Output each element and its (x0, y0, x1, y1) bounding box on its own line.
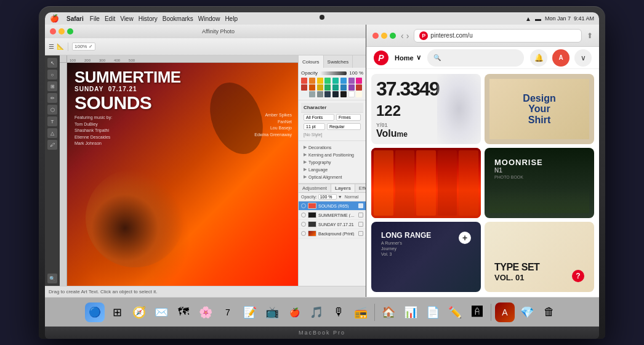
layer-sunday[interactable]: SUNDAY 07.17.21 (299, 220, 366, 229)
tool-text[interactable]: T (47, 116, 57, 126)
color-charcoal[interactable] (324, 91, 331, 97)
typography-row[interactable]: ▶ Typography (301, 158, 363, 166)
menu-edit[interactable]: Edit (105, 15, 115, 22)
color-dark-teal[interactable] (332, 84, 339, 91)
dock-extra-1[interactable]: 💎 (517, 302, 537, 322)
dock-radio[interactable]: 📻 (351, 302, 371, 322)
tab-adjustment[interactable]: Adjustment (299, 184, 331, 192)
safari-tl-yellow[interactable] (381, 33, 387, 39)
bell-icon-btn[interactable]: 🔔 (530, 49, 547, 67)
toolbar-icon-2[interactable]: 📐 (57, 43, 64, 50)
dock-podcasts[interactable]: 🎙 (329, 302, 348, 322)
tab-layers[interactable]: Layers (331, 184, 355, 192)
traffic-light-green[interactable] (67, 28, 73, 34)
canvas-main[interactable]: SUMMERTIME SUNDAY 07.17.21 SOUNDS Featur… (67, 63, 298, 286)
safari-tl-green[interactable] (390, 33, 396, 39)
tool-select[interactable]: ↖ (47, 58, 57, 68)
font-size[interactable] (304, 123, 325, 130)
layer-background[interactable]: Background (Print) (299, 229, 366, 238)
dock-calendar[interactable]: 7 (218, 302, 238, 322)
layer-checkbox-4[interactable] (358, 231, 363, 236)
pinterest-logo[interactable]: P (374, 51, 388, 65)
menu-view[interactable]: View (120, 15, 134, 22)
layer-eye-3[interactable] (301, 222, 306, 227)
layer-summertime[interactable]: SUMMERTIME (R65) (299, 211, 366, 220)
dock-notes[interactable]: 📝 (240, 302, 260, 322)
traffic-light-red[interactable] (50, 28, 56, 34)
color-orange[interactable] (309, 78, 315, 84)
forward-button[interactable]: › (406, 31, 409, 41)
color-teal[interactable] (332, 78, 339, 84)
pin-numbers[interactable]: 37.3349 122 Y/01 Volume (371, 74, 481, 144)
layer-checkbox-3[interactable] (358, 222, 363, 227)
alignment-row[interactable]: ▶ Optical Alignment (301, 173, 363, 181)
color-white[interactable] (348, 91, 355, 97)
safari-tl-red[interactable] (372, 33, 379, 39)
layers-opacity-value[interactable] (318, 194, 337, 200)
layer-checkbox-2[interactable] (358, 213, 363, 217)
dock-home[interactable]: 🏠 (379, 302, 398, 322)
pin-red-abstract[interactable] (371, 148, 481, 218)
tool-fill[interactable]: ⬡ (47, 105, 57, 115)
font-family[interactable] (304, 114, 334, 121)
dock-launchpad[interactable]: ⊞ (107, 302, 127, 322)
tool-pen[interactable]: 🖊 (47, 140, 57, 150)
panel-tab-swatches[interactable]: Swatches (324, 55, 353, 68)
color-blue[interactable] (340, 78, 347, 84)
tab-effects[interactable]: Effects (355, 184, 366, 192)
dock-safari[interactable]: 🧭 (129, 302, 149, 322)
app-menu-safari[interactable]: Safari (66, 15, 84, 22)
pin-design-shirt[interactable]: Design Your Shirt (485, 74, 594, 144)
pin-plus-btn[interactable]: + (459, 232, 471, 244)
color-dark-red[interactable] (301, 84, 307, 91)
font-name[interactable] (336, 114, 361, 121)
tool-node[interactable]: ○ (47, 70, 57, 79)
opacity-bar[interactable] (320, 71, 347, 75)
color-pink[interactable] (356, 78, 362, 84)
dock-maps[interactable]: 🗺 (174, 302, 193, 322)
layer-sounds[interactable]: SOUNDS (R65) (299, 201, 366, 211)
font-style[interactable] (327, 123, 361, 130)
safari-url-bar[interactable]: P pinterest.com/u (414, 29, 582, 43)
back-button[interactable]: ‹ (401, 31, 404, 41)
layer-eye-2[interactable] (301, 213, 306, 217)
dock-photos[interactable]: 🌸 (196, 302, 215, 322)
pinterest-search-bar[interactable]: 🔍 (427, 49, 524, 67)
dock-trash[interactable]: 🗑 (539, 302, 559, 322)
chevron-down-btn[interactable]: ∨ (574, 49, 592, 67)
panel-tab-colours[interactable]: Colours (299, 55, 324, 68)
color-yellow[interactable] (317, 78, 323, 84)
pin-typeset[interactable]: TYPE SET VOL. 01 ? (485, 222, 594, 292)
traffic-light-yellow[interactable] (58, 28, 65, 34)
menu-history[interactable]: History (139, 15, 158, 22)
avatar-btn[interactable]: A (552, 49, 570, 67)
color-black[interactable] (340, 91, 347, 97)
dock-tv[interactable]: 📺 (262, 302, 282, 322)
dock-mail[interactable]: ✉️ (151, 302, 171, 322)
color-dark-gray[interactable] (317, 91, 323, 97)
apple-menu[interactable]: 🍎 (50, 14, 59, 23)
color-dark-green[interactable] (324, 84, 331, 91)
safari-share-icon[interactable]: ⬆ (587, 31, 593, 40)
color-gray[interactable] (309, 91, 315, 97)
dock-pencil[interactable]: ✏️ (445, 302, 465, 322)
question-badge[interactable]: ? (572, 270, 584, 282)
dock-appstore[interactable]: 🅰 (467, 302, 487, 322)
dock-affinity[interactable]: A (495, 302, 515, 322)
dock-pages[interactable]: 📄 (423, 302, 443, 322)
color-gold[interactable] (317, 84, 323, 91)
deco-row[interactable]: ▶ Decorations (301, 144, 363, 151)
dock-finder[interactable]: 🔵 (85, 302, 105, 322)
tool-zoom[interactable]: 🔍 (47, 274, 57, 283)
kerning-row[interactable]: ▶ Kerning and Positioning (301, 151, 363, 158)
color-cream[interactable] (356, 91, 362, 97)
toolbar-icon-1[interactable]: ☰ (49, 43, 54, 50)
color-dark-blue[interactable] (340, 84, 347, 91)
color-purple[interactable] (348, 78, 355, 84)
layer-eye-4[interactable] (301, 231, 306, 236)
color-dark-purple[interactable] (348, 84, 355, 91)
menu-window[interactable]: Window (198, 15, 220, 22)
menu-help[interactable]: Help (225, 15, 238, 22)
pin-long-range[interactable]: LONG RANGE A Runner'sJourneyVol. 3 + (371, 222, 481, 292)
color-green[interactable] (324, 78, 331, 84)
